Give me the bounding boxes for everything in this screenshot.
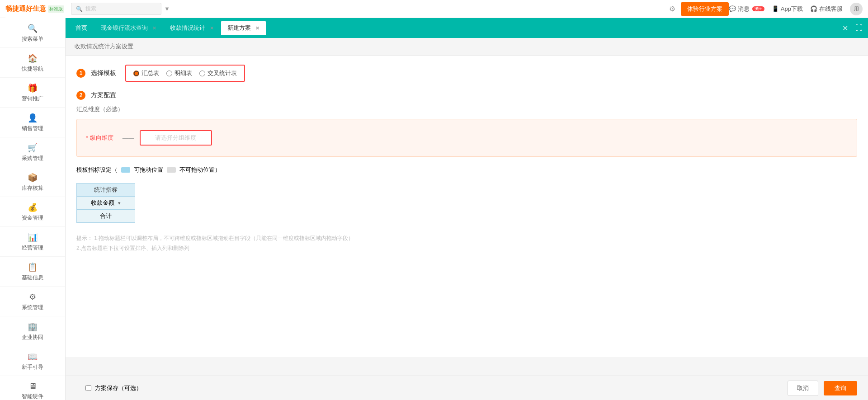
- support-label: 在线客服: [819, 5, 843, 13]
- tab-collections[interactable]: 收款情况统计 ✕: [164, 21, 220, 35]
- logo-area: 畅捷通好生意 标准版: [5, 0, 71, 18]
- sidebar-item-purchase[interactable]: 🛒 采购管理: [0, 137, 65, 167]
- trial-button[interactable]: 体验行业方案: [681, 2, 729, 16]
- sidebar-item-label: 快捷导航: [22, 65, 43, 73]
- dim-arrow: ——: [123, 135, 134, 141]
- sidebar-item-marketing[interactable]: 🎁 营销推广: [0, 78, 65, 108]
- sidebar-item-label: 企业协同: [22, 334, 43, 341]
- step1-label: 选择模板: [91, 69, 116, 77]
- radio-detail-label: 明细表: [175, 69, 192, 77]
- sidebar-item-label: 基础信息: [22, 274, 43, 282]
- search-menu-icon: 🔍: [28, 24, 38, 33]
- sidebar-item-label: 系统管理: [22, 304, 43, 311]
- sidebar-item-smart-hw[interactable]: 🖥 智能硬件: [0, 376, 65, 400]
- tab-cash-flow[interactable]: 现金银行流水查询 ✕: [94, 21, 163, 35]
- stats-row-label: 合计: [100, 212, 112, 219]
- system-icon: ⚙: [29, 292, 36, 302]
- inventory-icon: 📦: [28, 173, 38, 183]
- cancel-button[interactable]: 取消: [788, 381, 818, 396]
- step2-row: 2 方案配置: [76, 91, 857, 100]
- finance-icon: 💰: [28, 202, 38, 212]
- sidebar-item-label: 经营管理: [22, 244, 43, 252]
- form-area: 1 选择模板 汇总表 明细表 交叉统计表: [66, 56, 868, 357]
- sidebar-item-label: 新手引导: [22, 363, 43, 371]
- sidebar-item-system[interactable]: ⚙ 系统管理: [0, 287, 65, 316]
- dimension-title: 汇总维度（必选）: [76, 105, 857, 113]
- search-box[interactable]: 🔍 搜索: [71, 3, 161, 15]
- basic-info-icon: 📋: [28, 262, 38, 272]
- download-item[interactable]: 📱 App下载: [772, 5, 803, 13]
- settings-icon[interactable]: ⚙: [669, 5, 675, 13]
- sidebar-item-sales[interactable]: 👤 销售管理: [0, 108, 65, 137]
- tip-text-2: 2.点击标题栏下拉可设置排序、插入列和删除列: [76, 244, 189, 254]
- tip-line-2: 2.点击标题栏下拉可设置排序、插入列和删除列: [76, 244, 857, 254]
- stats-col-chevron: ▾: [118, 200, 121, 206]
- sidebar-item-quick-nav[interactable]: 🏠 快捷导航: [0, 48, 65, 78]
- movable-label: 可拖动位置: [134, 166, 163, 174]
- main-layout: 🔍 搜索菜单 🏠 快捷导航 🎁 营销推广 👤 销售管理 🛒 采购管理 📦 库存核…: [0, 18, 868, 400]
- sidebar-item-basic-info[interactable]: 📋 基础信息: [0, 257, 65, 287]
- stats-col-label: 收款金额: [91, 199, 114, 207]
- indicator-title: 模板指标设定（: [76, 166, 118, 174]
- tab-expand-icon[interactable]: ⛶: [854, 22, 864, 34]
- notifications-item[interactable]: 💬 消息 99+: [729, 5, 764, 13]
- support-item[interactable]: 🎧 在线客服: [810, 5, 843, 13]
- stats-row-total: 合计: [76, 210, 135, 223]
- indicator-section: 模板指标设定（ 可拖动位置 不可拖动位置） 统计指标: [76, 166, 857, 223]
- tab-collections-close[interactable]: ✕: [210, 25, 214, 31]
- tab-close-all-icon[interactable]: ✕: [840, 22, 850, 34]
- step1-number: 1: [76, 69, 85, 78]
- tab-bar: 首页 现金银行流水查询 ✕ 收款情况统计 ✕ 新建方案 ✕ ✕ ⛶: [66, 18, 868, 38]
- radio-detail[interactable]: 明细表: [166, 69, 192, 77]
- movable-legend: [121, 167, 130, 173]
- sidebar-item-label: 销售管理: [22, 125, 43, 132]
- tab-bar-actions: ✕ ⛶: [840, 22, 864, 34]
- sidebar-item-guide[interactable]: 📖 新手引导: [0, 346, 65, 376]
- stats-group-header: 统计指标: [76, 183, 135, 197]
- tab-new-plan-close[interactable]: ✕: [255, 25, 259, 31]
- footer: 方案保存（可选） 取消 查询: [66, 376, 868, 400]
- radio-summary-input[interactable]: [133, 71, 139, 76]
- sidebar-item-inventory[interactable]: 📦 库存核算: [0, 167, 65, 197]
- dimension-area: * 纵向维度 —— 请选择分组维度: [76, 119, 857, 157]
- stats-col-header[interactable]: 收款金额 ▾: [76, 197, 135, 210]
- sales-icon: 👤: [28, 113, 38, 123]
- template-selection-box: 汇总表 明细表 交叉统计表: [125, 65, 245, 82]
- download-label: App下载: [781, 5, 803, 13]
- sidebar-item-label: 资金管理: [22, 214, 43, 222]
- radio-detail-input[interactable]: [166, 71, 172, 76]
- breadcrumb: 收款情况统计方案设置: [66, 38, 868, 56]
- purchase-icon: 🛒: [28, 143, 38, 153]
- content-area: 首页 现金银行流水查询 ✕ 收款情况统计 ✕ 新建方案 ✕ ✕ ⛶: [66, 18, 868, 400]
- logo-text: 畅捷通好生意: [5, 5, 46, 13]
- sidebar-item-search-menu[interactable]: 🔍 搜索菜单: [0, 18, 65, 48]
- smart-hw-icon: 🖥: [28, 381, 37, 391]
- save-option-row: 方案保存（可选）: [76, 384, 782, 392]
- support-icon: 🎧: [810, 5, 817, 12]
- indicator-legend-row: 模板指标设定（ 可拖动位置 不可拖动位置）: [76, 166, 857, 174]
- breadcrumb-text: 收款情况统计方案设置: [75, 43, 133, 50]
- sidebar-item-enterprise[interactable]: 🏢 企业协同: [0, 316, 65, 346]
- radio-cross-input[interactable]: [199, 71, 205, 76]
- step2-label: 方案配置: [91, 91, 116, 99]
- tab-home-label: 首页: [75, 24, 87, 32]
- avatar[interactable]: 用: [850, 3, 863, 15]
- vertical-dim-label: * 纵向维度: [86, 134, 113, 142]
- logo-badge: 标准版: [48, 5, 64, 13]
- download-icon: 📱: [772, 5, 779, 12]
- tab-new-plan[interactable]: 新建方案 ✕: [221, 21, 266, 35]
- save-checkbox-label: 方案保存（可选）: [95, 384, 142, 392]
- tab-cash-flow-close[interactable]: ✕: [152, 25, 156, 31]
- vertical-dim-input[interactable]: 请选择分组维度: [140, 130, 212, 146]
- sidebar-item-finance[interactable]: 💰 资金管理: [0, 197, 65, 227]
- business-icon: 📊: [28, 232, 38, 242]
- radio-summary[interactable]: 汇总表: [133, 69, 159, 77]
- sidebar-item-business[interactable]: 📊 经营管理: [0, 227, 65, 257]
- dropdown-icon[interactable]: ▼: [164, 5, 170, 12]
- radio-cross[interactable]: 交叉统计表: [199, 69, 237, 77]
- tab-home[interactable]: 首页: [69, 21, 94, 35]
- avatar-text: 用: [854, 5, 859, 12]
- query-button[interactable]: 查询: [824, 381, 857, 395]
- sidebar-item-label: 采购管理: [22, 155, 43, 162]
- save-checkbox[interactable]: [85, 385, 91, 391]
